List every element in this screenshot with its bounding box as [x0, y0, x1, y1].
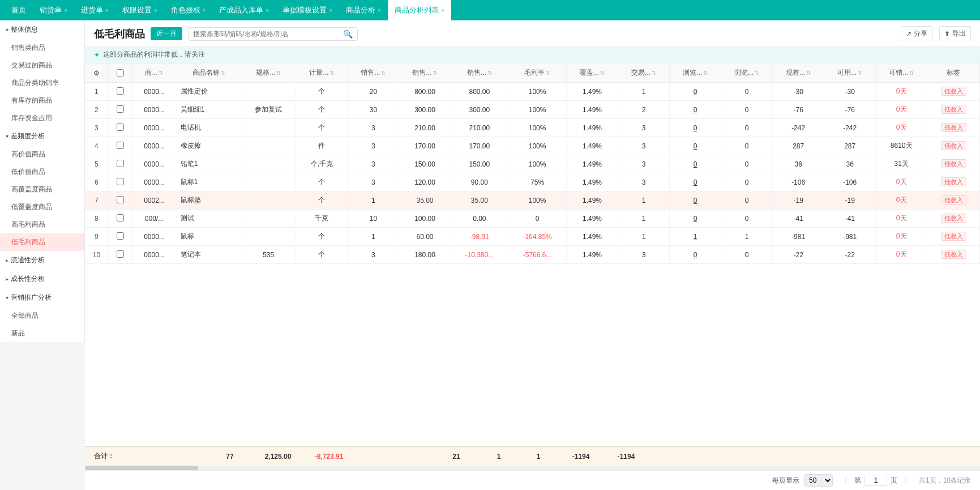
- th-coverage[interactable]: 覆盖...⇅: [567, 63, 618, 83]
- td-name[interactable]: 鼠标1: [177, 173, 241, 191]
- share-button[interactable]: ↗ 分享: [901, 26, 932, 41]
- td-checkbox[interactable]: [108, 210, 132, 228]
- horizontal-scrollbar[interactable]: [85, 466, 980, 470]
- nav-item-roles[interactable]: 角色授权 ×: [164, 0, 213, 20]
- sidebar-item-category-rate[interactable]: 商品分类助销率: [0, 74, 84, 92]
- row-checkbox[interactable]: [117, 160, 124, 167]
- td-browse1[interactable]: 0: [670, 137, 721, 155]
- close-icon[interactable]: ×: [266, 7, 269, 14]
- export-button[interactable]: ⬆ 导出: [939, 26, 971, 41]
- td-checkbox[interactable]: [108, 246, 132, 264]
- row-checkbox[interactable]: [117, 123, 124, 131]
- td-checkbox[interactable]: [108, 228, 132, 246]
- sidebar-item-sales-goods[interactable]: 销售类商品: [0, 39, 84, 57]
- sidebar-section-marketing[interactable]: ▾ 营销推广分析: [0, 288, 84, 307]
- td-checkbox[interactable]: [108, 155, 132, 173]
- page-size-select[interactable]: 50 100 200: [804, 474, 833, 487]
- sidebar-section-frequency[interactable]: ▾ 差频度分析: [0, 127, 84, 146]
- th-code[interactable]: 商...⇅: [132, 63, 177, 83]
- th-settings[interactable]: ⚙: [85, 63, 108, 83]
- nav-item-templates[interactable]: 单据模板设置 ×: [276, 0, 339, 20]
- sidebar-item-low-margin[interactable]: 低毛利商品: [0, 233, 84, 251]
- td-browse1[interactable]: 0: [670, 155, 721, 173]
- nav-item-home[interactable]: 首页: [5, 0, 33, 20]
- sidebar-item-stock-capital[interactable]: 库存资金占用: [0, 109, 84, 127]
- td-name[interactable]: 橡皮擦: [177, 137, 241, 155]
- th-sellable[interactable]: 可销...⇅: [876, 63, 927, 83]
- row-checkbox[interactable]: [117, 232, 124, 240]
- td-checkbox[interactable]: [108, 83, 132, 101]
- td-name[interactable]: 鼠标: [177, 228, 241, 246]
- prev-page-button[interactable]: 〈: [837, 475, 851, 487]
- next-page-button[interactable]: 〉: [901, 475, 914, 487]
- td-name[interactable]: 吴细细1: [177, 101, 241, 119]
- td-browse1[interactable]: 0: [670, 83, 721, 101]
- th-spec[interactable]: 规格...⇅: [241, 63, 296, 83]
- td-checkbox[interactable]: [108, 101, 132, 119]
- td-browse1[interactable]: 0: [670, 119, 721, 137]
- row-checkbox[interactable]: [117, 178, 124, 185]
- row-checkbox[interactable]: [117, 214, 124, 221]
- select-all-checkbox[interactable]: [117, 69, 124, 76]
- sidebar-section-overall[interactable]: ▾ 整体信息: [0, 20, 84, 39]
- row-checkbox[interactable]: [117, 142, 124, 149]
- close-icon[interactable]: ×: [203, 7, 206, 14]
- th-name[interactable]: 商品名称⇅: [177, 63, 241, 83]
- td-name[interactable]: 鼠标垫: [177, 191, 241, 210]
- close-icon[interactable]: ×: [105, 7, 109, 14]
- td-checkbox[interactable]: [108, 137, 132, 155]
- td-browse1[interactable]: 0: [670, 173, 721, 191]
- td-browse1[interactable]: 0: [670, 246, 721, 264]
- row-checkbox[interactable]: [117, 87, 124, 95]
- sidebar-item-all-goods[interactable]: 全部商品: [0, 307, 84, 325]
- td-browse1[interactable]: 0: [670, 191, 721, 210]
- nav-item-analysis-list[interactable]: 商品分析列表 ×: [388, 0, 451, 20]
- scrollbar-thumb[interactable]: [85, 466, 198, 470]
- sidebar-section-growth[interactable]: ▸ 成长性分析: [0, 270, 84, 288]
- row-checkbox[interactable]: [117, 196, 124, 203]
- sidebar-item-low-value[interactable]: 低价值商品: [0, 163, 84, 181]
- th-transaction[interactable]: 交易...⇅: [618, 63, 670, 83]
- th-browse1[interactable]: 浏览...⇅: [670, 63, 721, 83]
- sidebar-item-high-value[interactable]: 高价值商品: [0, 146, 84, 163]
- th-checkbox[interactable]: [108, 63, 132, 83]
- td-name[interactable]: 铅笔1: [177, 155, 241, 173]
- td-name[interactable]: 电话机: [177, 119, 241, 137]
- td-name[interactable]: 测试: [177, 210, 241, 228]
- td-browse1[interactable]: 1: [670, 228, 721, 246]
- close-icon[interactable]: ×: [329, 7, 332, 14]
- nav-item-products[interactable]: 产成品入库单 ×: [212, 0, 276, 20]
- sidebar-item-new-goods[interactable]: 新品: [0, 325, 84, 342]
- nav-item-sales[interactable]: 销货单 ×: [33, 0, 74, 20]
- th-browse2[interactable]: 浏览...⇅: [721, 63, 773, 83]
- td-checkbox[interactable]: [108, 119, 132, 137]
- th-available[interactable]: 可用...⇅: [824, 63, 876, 83]
- sidebar-section-liquidity[interactable]: ▸ 流通性分析: [0, 251, 84, 270]
- row-checkbox[interactable]: [117, 105, 124, 113]
- search-input[interactable]: [193, 30, 343, 38]
- th-sales-qty[interactable]: 销售...⇅: [348, 63, 399, 83]
- nav-item-permissions[interactable]: 权限设置 ×: [115, 0, 164, 20]
- sidebar-item-low-coverage[interactable]: 低覆盖度商品: [0, 198, 84, 216]
- sidebar-item-high-margin[interactable]: 高毛利商品: [0, 216, 84, 233]
- th-sales-amount[interactable]: 销售...⇅: [399, 63, 451, 83]
- td-name[interactable]: 笔记本: [177, 246, 241, 264]
- th-gross-rate[interactable]: 毛利率⇅: [508, 63, 567, 83]
- close-icon[interactable]: ×: [378, 7, 381, 14]
- nav-item-purchase[interactable]: 进货单 ×: [74, 0, 115, 20]
- close-icon[interactable]: ×: [154, 7, 157, 14]
- td-name[interactable]: 属性定价: [177, 83, 241, 101]
- page-number-input[interactable]: [865, 475, 887, 486]
- td-browse1[interactable]: 0: [670, 210, 721, 228]
- close-icon[interactable]: ×: [441, 7, 444, 14]
- td-checkbox[interactable]: [108, 191, 132, 210]
- sidebar-item-high-coverage[interactable]: 高覆盖度商品: [0, 181, 84, 198]
- th-sales-profit[interactable]: 销售...⇅: [451, 63, 508, 83]
- td-checkbox[interactable]: [108, 173, 132, 191]
- sidebar-item-stock-goods[interactable]: 有库存的商品: [0, 92, 84, 109]
- th-unit[interactable]: 计量...⇅: [296, 63, 348, 83]
- date-filter-button[interactable]: 近一月: [151, 27, 182, 40]
- th-current-stock[interactable]: 现有...⇅: [773, 63, 824, 83]
- nav-item-analysis[interactable]: 商品分析 ×: [339, 0, 388, 20]
- close-icon[interactable]: ×: [64, 7, 67, 14]
